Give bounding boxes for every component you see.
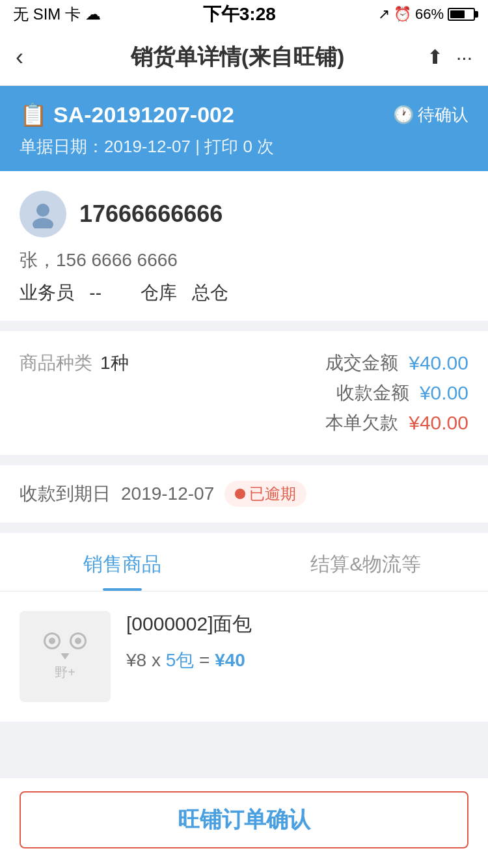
page-title: 销货单详情(来自旺铺)	[48, 42, 427, 72]
due-date-value: 2019-12-07	[121, 483, 214, 504]
order-header: 📋 SA-20191207-002 🕐 待确认 单据日期：2019-12-07 …	[0, 86, 488, 171]
product-name: [0000002]面包	[126, 611, 468, 638]
owl-plus-icon: 野+	[55, 664, 75, 681]
transaction-value: ¥40.00	[409, 352, 468, 374]
transaction-amount-row: 成交金额 ¥40.00	[325, 351, 468, 375]
customer-avatar	[20, 191, 66, 237]
tab-sales-goods[interactable]: 销售商品	[0, 533, 244, 591]
tabs-row: 销售商品 结算&物流等	[0, 533, 488, 591]
outstanding-row: 本单欠款 ¥40.00	[325, 411, 468, 435]
outstanding-value: ¥40.00	[409, 412, 468, 434]
overdue-text: 已逾期	[249, 483, 296, 504]
received-value: ¥0.00	[420, 382, 468, 404]
svg-point-1	[33, 218, 53, 228]
order-id: 📋 SA-20191207-002	[20, 102, 234, 128]
order-date: 单据日期：2019-12-07 | 打印 0 次	[20, 135, 468, 158]
customer-name: 张，156 6666 6666	[20, 248, 468, 273]
bottom-bar: 旺铺订单确认	[0, 778, 488, 868]
back-button[interactable]: ‹	[16, 44, 48, 71]
product-price: ¥8 x	[126, 650, 166, 670]
product-type-label: 商品种类	[20, 351, 92, 375]
customer-meta: 业务员 -- 仓库 总仓	[20, 280, 468, 305]
clock-icon: 🕐	[393, 105, 414, 125]
warehouse-value: 总仓	[192, 282, 228, 303]
svg-point-0	[36, 204, 49, 217]
product-qty: 5包	[166, 650, 195, 670]
received-amount-row: 收款金额 ¥0.00	[336, 381, 468, 405]
transaction-label: 成交金额	[325, 351, 398, 375]
status-bar: 无 SIM 卡 ☁ 下午3:28 ↗ ⏰ 66%	[0, 0, 488, 29]
customer-section: 17666666666 张，156 6666 6666 业务员 -- 仓库 总仓	[0, 171, 488, 321]
status-left: 无 SIM 卡 ☁	[13, 4, 101, 25]
salesperson-field: 业务员 --	[20, 280, 102, 305]
summary-section: 商品种类 1种 成交金额 ¥40.00 收款金额 ¥0.00 本单欠款 ¥40.…	[0, 331, 488, 455]
customer-phone: 17666666666	[79, 200, 223, 228]
warehouse-label: 仓库	[141, 282, 177, 303]
status-time: 下午3:28	[203, 2, 276, 27]
sim-status: 无 SIM 卡 ☁	[13, 4, 101, 25]
nav-bar: ‹ 销货单详情(来自旺铺) ⬆ ···	[0, 29, 488, 86]
overdue-dot-icon	[235, 489, 245, 499]
salesperson-value: --	[89, 282, 102, 303]
overdue-badge: 已逾期	[224, 481, 306, 507]
confirm-order-button[interactable]: 旺铺订单确认	[20, 791, 468, 848]
product-total: ¥40	[215, 650, 245, 670]
due-date-label: 收款到期日	[20, 481, 111, 506]
product-section: 野+ [0000002]面包 ¥8 x 5包 = ¥40	[0, 591, 488, 722]
nav-actions: ⬆ ···	[427, 46, 472, 68]
alarm-icon: ⏰	[394, 6, 411, 23]
battery-icon	[448, 8, 475, 21]
received-label: 收款金额	[336, 381, 409, 405]
product-thumb-owl: 野+	[44, 632, 87, 681]
owl-beak	[61, 653, 70, 660]
outstanding-label: 本单欠款	[325, 411, 398, 435]
order-status: 🕐 待确认	[393, 103, 468, 126]
battery-percent: 66%	[415, 6, 444, 23]
owl-eye-right	[70, 632, 87, 649]
product-type-row: 商品种类 1种	[20, 351, 129, 375]
salesperson-label: 业务员	[20, 282, 74, 303]
due-date-section: 收款到期日 2019-12-07 已逾期	[0, 465, 488, 522]
amounts-col: 成交金额 ¥40.00 收款金额 ¥0.00 本单欠款 ¥40.00	[325, 351, 468, 435]
tabs-section: 销售商品 结算&物流等	[0, 533, 488, 591]
owl-eyes	[44, 632, 87, 649]
owl-eye-left	[44, 632, 61, 649]
product-info: [0000002]面包 ¥8 x 5包 = ¥40	[126, 611, 468, 702]
product-price-row: ¥8 x 5包 = ¥40	[126, 648, 468, 673]
location-icon: ↗	[378, 6, 390, 23]
order-icon: 📋	[20, 102, 47, 128]
tab-settlement-logistics[interactable]: 结算&物流等	[244, 533, 488, 591]
warehouse-field: 仓库 总仓	[141, 280, 228, 305]
product-thumbnail: 野+	[20, 611, 111, 702]
product-type-value: 1种	[100, 351, 129, 375]
more-button[interactable]: ···	[456, 46, 472, 68]
share-button[interactable]: ⬆	[427, 46, 443, 68]
product-equals: =	[194, 650, 215, 670]
product-item: 野+ [0000002]面包 ¥8 x 5包 = ¥40	[0, 591, 488, 722]
status-right: ↗ ⏰ 66%	[378, 6, 475, 23]
